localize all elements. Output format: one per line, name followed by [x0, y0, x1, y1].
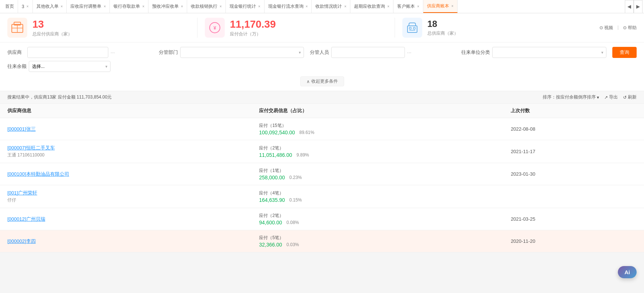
close-other-income-icon[interactable]: ×	[61, 4, 63, 8]
top-nav: 首页 3 × 其他收入单 × 应收应付调整单 × 银行存取款单 × 预收冲应收单…	[0, 0, 644, 13]
balance-select-wrap: 选择... ▾	[29, 61, 111, 72]
close-overdue-ar-icon[interactable]: ×	[387, 4, 389, 8]
nav-prev-arrow[interactable]: ◀	[625, 0, 634, 13]
nav-tab-home[interactable]: 首页	[1, 0, 18, 13]
supplier-link-3[interactable]: [001]广州荣轩	[7, 190, 259, 196]
close-receipt-stat-icon[interactable]: ×	[344, 4, 346, 8]
result-bar-right: 排序：按应付余额倒序排序 ▾ ↗ 导出 ↺ 刷新	[543, 94, 637, 100]
table-row: [000002]李四 应付（5笔） 32,366.00 0.03% 2020-1…	[0, 230, 644, 252]
nav-tab-bank-deposit[interactable]: 银行存取款单 ×	[110, 0, 148, 13]
close-bank-icon[interactable]: ×	[142, 4, 144, 8]
filter-supplier: 供应商 ···	[7, 47, 153, 58]
filter-category: 往来单位分类 ▾	[461, 47, 607, 58]
supplier-link-5[interactable]: [000002]李四	[7, 238, 259, 245]
nav-tab-overdue-ar[interactable]: 超期应收款查询 ×	[350, 0, 393, 13]
refresh-icon: ↺	[623, 95, 627, 100]
supplier-sub-1: 王通 17106110000	[7, 152, 259, 158]
nav-tab-supplier-ledger[interactable]: 供应商账本 ×	[423, 0, 458, 13]
nav-tab-advance-ar[interactable]: 预收冲应收单 ×	[148, 0, 187, 13]
help-link[interactable]: ⊙ 帮助	[623, 25, 637, 31]
refresh-button[interactable]: ↺ 刷新	[623, 94, 637, 100]
category-select-wrap: ▾	[492, 47, 607, 58]
supplier-cell-4: [000012]广州贝瑞	[7, 216, 259, 223]
supplier-link-1[interactable]: [000007]恒旺二手叉车	[7, 145, 259, 151]
stat-label-total: 总供应商（家）	[427, 30, 458, 37]
nav-tab-receipt-stat[interactable]: 收款情况统计 ×	[312, 0, 350, 13]
nav-tab-receipt-exec[interactable]: 收款核销执行 ×	[187, 0, 226, 13]
close-receipt-exec-icon[interactable]: ×	[220, 4, 222, 8]
collapse-button[interactable]: ∧ 收起更多条件	[300, 76, 344, 86]
supplier-link-2[interactable]: [000100]本特勤油品有限公司	[7, 171, 259, 177]
supplier-link-0[interactable]: [000001]张三	[7, 126, 259, 132]
tx-label-2: 应付（1笔）	[259, 168, 511, 174]
tx-cell-5: 应付（5笔） 32,366.00 0.03%	[259, 235, 511, 248]
nav-tab-other-income-label: 其他收入单	[36, 3, 59, 10]
close-customer-ledger-icon[interactable]: ×	[417, 4, 419, 8]
video-link[interactable]: ⊙ 视频	[599, 25, 613, 31]
filter-row-1: 供应商 ··· 分管部门 ▾ 分管人员 ··· 往来单位分类	[7, 47, 637, 58]
nav-tab-supplier-ledger-label: 供应商账本	[427, 3, 449, 9]
nav-tab-cash-bank-stat[interactable]: 现金银行统计 ×	[226, 0, 265, 13]
svg-rect-6	[407, 26, 417, 32]
stat-number-suppliers: 13	[32, 18, 72, 31]
dept-select[interactable]	[180, 47, 304, 58]
nav-tab-3[interactable]: 3 ×	[18, 0, 33, 13]
nav-tab-ar-ap-adjust[interactable]: 应收应付调整单 ×	[67, 0, 110, 13]
svg-rect-8	[413, 27, 415, 29]
stat-block-suppliers: 13 总应付供应商（家）	[7, 18, 197, 38]
table-row: [000012]广州贝瑞 应付（2笔） 94,600.00 0.08% 2021…	[0, 208, 644, 230]
percent-0: 89.61%	[300, 130, 315, 135]
nav-tab-home-label: 首页	[5, 3, 14, 10]
nav-tab-cash-bank-query[interactable]: 现金银行流水查询 ×	[265, 0, 312, 13]
nav-tab-customer-ledger[interactable]: 客户账本 ×	[393, 0, 423, 13]
close-supplier-ledger-icon[interactable]: ×	[451, 4, 454, 8]
nav-tab-cash-bank-stat-label: 现金银行统计	[230, 3, 256, 10]
supplier-cell-0: [000001]张三	[7, 126, 259, 132]
result-bar: 搜索结果中，供应商13家 应付金额 111,703,854.00元 排序：按应付…	[0, 91, 644, 104]
nav-next-arrow[interactable]: ▶	[634, 0, 643, 13]
supplier-filter-label: 供应商	[7, 49, 25, 56]
lastpay-0: 2022-08-08	[511, 126, 535, 132]
result-text: 搜索结果中，供应商13家 应付金额 111,703,854.00元	[7, 94, 112, 100]
balance-select[interactable]: 选择...	[29, 61, 111, 72]
filter-bar: 供应商 ··· 分管部门 ▾ 分管人员 ··· 往来单位分类	[0, 42, 644, 91]
nav-tab-ar-ap-adjust-label: 应收应付调整单	[70, 3, 101, 10]
person-filter-input[interactable]	[331, 47, 405, 58]
amount-4: 94,600.00	[259, 220, 282, 225]
close-cash-bank-stat-icon[interactable]: ×	[258, 4, 260, 8]
tx-cell-0: 应付（15笔） 100,092,540.00 89.61%	[259, 123, 511, 135]
table-row: [001]广州荣轩 仔仔 应付（4笔） 164,635.90 0.15%	[0, 185, 644, 208]
category-filter-label: 往来单位分类	[461, 49, 490, 56]
category-select[interactable]	[492, 47, 607, 58]
tx-cell-4: 应付（2笔） 94,600.00 0.08%	[259, 213, 511, 225]
svg-rect-7	[409, 27, 411, 29]
tx-label-1: 应付（2笔）	[259, 145, 511, 151]
search-button[interactable]: 查询	[612, 47, 637, 58]
nav-tab-advance-ar-label: 预收冲应收单	[152, 3, 179, 10]
close-advance-ar-icon[interactable]: ×	[181, 4, 183, 8]
stat-number-payable: 11,170.39	[230, 18, 276, 31]
supplier-filter-input[interactable]	[27, 47, 108, 58]
amount-1: 11,051,486.00	[259, 152, 292, 158]
tx-cell-1: 应付（2笔） 11,051,486.00 9.89%	[259, 145, 511, 158]
lastpay-cell-4: 2021-03-25	[511, 216, 637, 222]
close-ar-ap-icon[interactable]: ×	[104, 4, 106, 8]
close-tab-3-icon[interactable]: ×	[27, 4, 29, 8]
tx-label-4: 应付（2笔）	[259, 213, 511, 219]
nav-tab-other-income[interactable]: 其他收入单 ×	[33, 0, 67, 13]
nav-tab-cash-bank-query-label: 现金银行流水查询	[268, 3, 304, 10]
table-header: 供应商信息 应付交易信息（占比） 上次付数	[0, 104, 644, 118]
export-label: 导出	[609, 94, 618, 100]
stats-divider: |	[617, 25, 619, 30]
help-label: 帮助	[628, 25, 637, 31]
close-cash-bank-query-icon[interactable]: ×	[306, 4, 308, 8]
sort-control[interactable]: 排序：按应付余额倒序排序 ▾	[543, 94, 599, 100]
supplier-dots-icon[interactable]: ···	[111, 49, 115, 55]
video-icon: ⊙	[599, 25, 603, 30]
supplier-link-4[interactable]: [000012]广州贝瑞	[7, 216, 259, 223]
lastpay-5: 2020-11-20	[511, 238, 535, 244]
percent-5: 0.03%	[286, 242, 299, 247]
export-button[interactable]: ↗ 导出	[604, 94, 618, 100]
lastpay-cell-0: 2022-08-08	[511, 126, 637, 132]
person-dots-icon[interactable]: ···	[407, 49, 412, 55]
